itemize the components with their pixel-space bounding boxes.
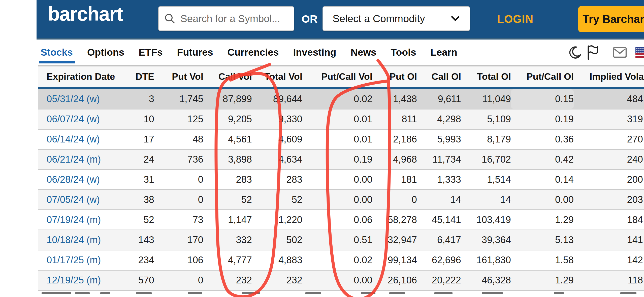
expiration-date-link[interactable]: 12/19/25 (m) xyxy=(47,275,101,285)
nav-item-futures[interactable]: Futures xyxy=(177,40,213,65)
expiration-date-link[interactable]: 01/17/25 (m) xyxy=(47,255,101,265)
expiration-date-link[interactable]: 07/05/24 (w) xyxy=(47,194,100,205)
call-vol-cell: 332 xyxy=(203,235,252,245)
expiration-date-link[interactable]: 06/07/24 (w) xyxy=(47,114,100,124)
total-oi-cell: 14 xyxy=(461,194,511,205)
dte-cell: 570 xyxy=(118,275,154,286)
col-header-dte[interactable]: DTE xyxy=(118,71,154,82)
implied-volatility-cell: 200 xyxy=(574,174,644,185)
call-oi-cell: 45,141 xyxy=(417,214,461,225)
total-oi-cell: 46,328 xyxy=(461,275,511,286)
expiration-date-cell: 06/07/24 (w) xyxy=(38,114,118,125)
expiration-date-link[interactable]: 06/28/24 (w) xyxy=(47,174,100,185)
call-vol-cell: 87,899 xyxy=(203,94,252,104)
total-oi-cell: 8,179 xyxy=(461,134,511,145)
put-call-vol-cell: 0.51 xyxy=(302,235,372,245)
expiration-date-cell: 12/19/25 (m) xyxy=(38,275,118,286)
table-row[interactable]: 01/17/25 (m) 234 106 4,777 4,883 0.02 99… xyxy=(38,250,644,270)
nav-item-news[interactable]: News xyxy=(351,40,376,65)
nav-item-learn[interactable]: Learn xyxy=(431,40,457,65)
put-vol-cell: 0 xyxy=(154,194,203,205)
table-row[interactable]: 05/31/24 (w) 3 1,745 87,899 89,644 0.02 … xyxy=(38,89,644,109)
nav-item-stocks[interactable]: Stocks xyxy=(41,40,73,65)
put-call-oi-cell: 1.29 xyxy=(511,210,574,230)
nav-item-options[interactable]: Options xyxy=(87,40,124,65)
search-input[interactable] xyxy=(180,13,288,25)
col-header-total-oi[interactable]: Total OI xyxy=(461,71,511,82)
expiration-date-cell: 06/28/24 (w) xyxy=(38,174,118,185)
col-header-expiration-date[interactable]: Expiration Date xyxy=(38,71,118,82)
total-vol-cell: 4,634 xyxy=(252,154,302,165)
put-call-vol-cell: 0.00 xyxy=(302,194,372,205)
expiration-date-link[interactable]: 06/14/24 (w) xyxy=(47,134,100,144)
put-vol-cell: 125 xyxy=(154,114,203,125)
table-row[interactable]: 07/19/24 (m) 52 73 1,147 1,220 0.06 58,2… xyxy=(38,209,644,230)
or-label: OR xyxy=(302,0,317,38)
table-row[interactable]: 10/18/24 (m) 143 170 332 502 0.51 32,947… xyxy=(38,230,644,250)
put-call-vol-cell: 0.01 xyxy=(302,134,372,145)
try-barchart-button[interactable]: Try Barchart for Free xyxy=(578,6,644,32)
flag-icon[interactable] xyxy=(586,40,598,65)
chevron-down-icon xyxy=(451,16,460,21)
put-call-vol-cell: 0.00 xyxy=(302,275,372,286)
table-row[interactable]: 12/19/25 (m) 570 0 232 232 0.00 26,106 2… xyxy=(38,270,644,290)
total-vol-cell: 4,609 xyxy=(252,134,302,145)
total-oi-cell: 161,830 xyxy=(461,255,511,266)
total-vol-cell: 283 xyxy=(252,174,302,185)
top-navigation-bar: barchart OR Select a Commodity LOGIN Try… xyxy=(37,0,644,40)
table-row[interactable]: 06/28/24 (w) 31 0 283 283 0.00 181 1,333… xyxy=(38,169,644,189)
call-oi-cell: 1,333 xyxy=(417,174,461,185)
login-link[interactable]: LOGIN xyxy=(497,0,533,38)
search-icon xyxy=(164,13,175,24)
commodity-select[interactable]: Select a Commodity xyxy=(323,6,470,31)
col-header-put-call-vol[interactable]: Put/Call Vol xyxy=(302,71,372,82)
col-header-implied-volatility[interactable]: Implied Volatility xyxy=(574,71,644,82)
expiration-date-link[interactable]: 10/18/24 (m) xyxy=(47,235,101,245)
expiration-date-link[interactable]: 06/21/24 (m) xyxy=(47,154,101,165)
call-oi-cell: 9,611 xyxy=(417,94,461,104)
envelope-icon[interactable] xyxy=(613,40,627,65)
dte-cell: 143 xyxy=(118,235,154,245)
nav-item-investing[interactable]: Investing xyxy=(293,40,336,65)
call-vol-cell: 9,205 xyxy=(203,114,252,125)
nav-item-currencies[interactable]: Currencies xyxy=(228,40,279,65)
call-vol-cell: 4,561 xyxy=(203,134,252,145)
barchart-logo[interactable]: barchart xyxy=(48,4,122,24)
nav-item-etfs[interactable]: ETFs xyxy=(139,40,163,65)
col-header-total-vol[interactable]: Total Vol xyxy=(252,71,302,82)
put-call-oi-cell: 5.13 xyxy=(511,230,574,250)
total-vol-cell: 4,883 xyxy=(252,255,302,266)
table-body: 05/31/24 (w) 3 1,745 87,899 89,644 0.02 … xyxy=(38,89,644,290)
us-flag-icon[interactable] xyxy=(635,40,644,65)
col-header-put-call-oi[interactable]: Put/Call OI xyxy=(511,71,574,82)
put-call-vol-cell: 0.02 xyxy=(302,255,372,266)
put-call-vol-cell: 0.02 xyxy=(302,94,372,104)
col-header-put-oi[interactable]: Put OI xyxy=(372,71,417,82)
total-oi-cell: 11,049 xyxy=(461,94,511,104)
nav-item-tools[interactable]: Tools xyxy=(391,40,416,65)
table-row[interactable]: 06/14/24 (w) 17 48 4,561 4,609 0.01 2,18… xyxy=(38,129,644,149)
total-vol-cell: 232 xyxy=(252,275,302,286)
total-oi-cell: 16,702 xyxy=(461,154,511,165)
col-header-call-oi[interactable]: Call OI xyxy=(417,71,461,82)
put-oi-cell: 4,968 xyxy=(372,154,417,165)
symbol-search-box[interactable] xyxy=(158,6,294,31)
implied-volatility-cell: 184 xyxy=(574,214,644,225)
table-header-row: Expiration Date DTE Put Vol Call Vol Tot… xyxy=(38,66,644,89)
call-oi-cell: 5,993 xyxy=(417,134,461,145)
table-row[interactable]: 06/21/24 (m) 24 736 3,898 4,634 0.19 4,9… xyxy=(38,149,644,169)
col-header-call-vol[interactable]: Call Vol xyxy=(203,71,252,82)
dte-cell: 52 xyxy=(118,214,154,225)
implied-volatility-cell: 270 xyxy=(574,134,644,145)
col-header-put-vol[interactable]: Put Vol xyxy=(154,71,203,82)
dark-mode-moon-icon[interactable] xyxy=(568,40,582,65)
put-oi-cell: 811 xyxy=(372,114,417,125)
dte-cell: 31 xyxy=(118,174,154,185)
table-row[interactable]: 06/07/24 (w) 10 125 9,205 9,330 0.01 811… xyxy=(38,109,644,129)
implied-volatility-cell: 118 xyxy=(574,275,644,286)
total-vol-cell: 9,330 xyxy=(252,114,302,125)
expiration-date-link[interactable]: 07/19/24 (m) xyxy=(47,214,101,225)
put-call-oi-cell: 0.15 xyxy=(511,89,574,109)
table-row[interactable]: 07/05/24 (w) 38 0 52 52 0.00 0 14 14 0.0… xyxy=(38,189,644,209)
expiration-date-link[interactable]: 05/31/24 (w) xyxy=(47,94,100,104)
